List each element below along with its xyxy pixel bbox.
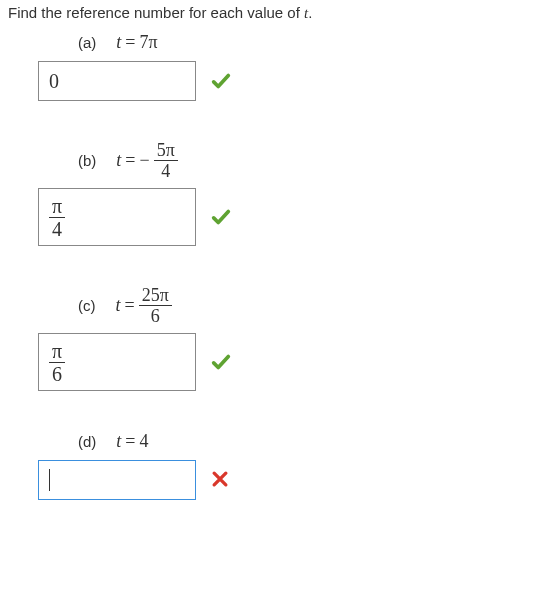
part-a-header: (a) t = 7π — [78, 32, 546, 53]
part-b-label: (b) — [78, 152, 96, 169]
frac-den: 6 — [52, 363, 62, 384]
part-c-answer-input[interactable]: π 6 — [38, 333, 196, 391]
eqn-eq: = — [125, 295, 135, 316]
fraction: 25π 6 — [139, 286, 172, 325]
part-d-answer-input[interactable] — [38, 460, 196, 500]
frac-num: 25π — [139, 286, 172, 306]
part-d-header: (d) t = 4 — [78, 431, 546, 452]
part-c: (c) t = 25π 6 π 6 — [78, 286, 546, 391]
eqn-eq: = — [125, 150, 135, 171]
part-c-label: (c) — [78, 297, 96, 314]
part-a: (a) t = 7π 0 — [78, 32, 546, 101]
part-a-equation: t = 7π — [116, 32, 157, 53]
part-a-answer-input[interactable]: 0 — [38, 61, 196, 101]
answer-fraction: π 6 — [49, 341, 65, 384]
part-a-label: (a) — [78, 34, 96, 51]
eqn-rhs: 4 — [140, 431, 149, 452]
part-b: (b) t = − 5π 4 π 4 — [78, 141, 546, 246]
fraction: 5π 4 — [154, 141, 178, 180]
instruction: Find the reference number for each value… — [8, 4, 546, 22]
part-c-header: (c) t = 25π 6 — [78, 286, 546, 325]
frac-num: π — [49, 341, 65, 363]
frac-den: 4 — [52, 218, 62, 239]
part-d-answer-row — [38, 460, 546, 500]
check-icon — [210, 70, 232, 92]
part-b-header: (b) t = − 5π 4 — [78, 141, 546, 180]
cross-icon — [210, 469, 232, 491]
eqn-eq: = — [125, 431, 135, 452]
check-icon — [210, 206, 232, 228]
part-d-label: (d) — [78, 433, 96, 450]
instruction-text-prefix: Find the reference number for each value… — [8, 4, 304, 21]
frac-den: 4 — [161, 161, 170, 180]
part-b-answer-input[interactable]: π 4 — [38, 188, 196, 246]
part-d-equation: t = 4 — [116, 431, 148, 452]
eqn-lhs: t — [116, 150, 121, 171]
part-b-equation: t = − 5π 4 — [116, 141, 177, 180]
eqn-neg: − — [140, 150, 150, 171]
eqn-lhs: t — [116, 32, 121, 53]
part-c-answer-row: π 6 — [38, 333, 546, 391]
frac-den: 6 — [151, 306, 160, 325]
eqn-lhs: t — [116, 431, 121, 452]
text-cursor — [49, 469, 50, 491]
instruction-text-suffix: . — [308, 4, 312, 21]
answer-value: 0 — [49, 70, 59, 93]
check-icon — [210, 351, 232, 373]
answer-fraction: π 4 — [49, 196, 65, 239]
eqn-lhs: t — [116, 295, 121, 316]
part-d: (d) t = 4 — [78, 431, 546, 500]
eqn-eq: = — [125, 32, 135, 53]
frac-num: π — [49, 196, 65, 218]
eqn-rhs: 7π — [140, 32, 158, 53]
part-a-answer-row: 0 — [38, 61, 546, 101]
frac-num: 5π — [154, 141, 178, 161]
part-b-answer-row: π 4 — [38, 188, 546, 246]
part-c-equation: t = 25π 6 — [116, 286, 172, 325]
